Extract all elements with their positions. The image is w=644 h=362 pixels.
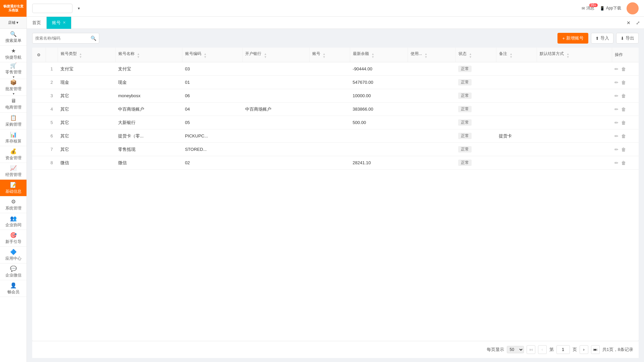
sidebar-item-7[interactable]: 💰资金管理 [0,146,27,163]
sidebar-item-4[interactable]: 🖥电商管理 [0,96,27,113]
sidebar-item-0[interactable]: 🔍搜索菜单 [0,29,27,46]
page-number-input[interactable] [556,345,570,354]
col-gear[interactable]: ⚙ [32,48,46,62]
row-type-1: 现金 [58,76,115,89]
row-action-7: ✏ 🗑 [612,156,639,170]
topbar: ▾ ✉ 消息 99+ 📱 App下载 [27,0,644,17]
tab-close-icon[interactable]: ✕ [63,20,66,25]
account-table-wrap: ⚙ 账号类型 ▲▼ 账号名称 ▲▼ 账号编码 ▲▼ 开户银行 ▲▼ 账号 ▲▼ … [32,48,639,341]
message-button[interactable]: ✉ 消息 99+ [582,5,594,11]
row-bank-6 [243,143,309,156]
export-button[interactable]: ⬇ 导出 [616,33,639,44]
edit-icon-0[interactable]: ✏ [614,66,619,72]
row-note-4 [496,116,537,129]
sidebar-item-9[interactable]: 📝基础信息 [0,180,27,196]
export-label: 导出 [626,35,634,41]
sidebar-label-5: 采购管理 [5,122,21,127]
table-row: 3 其它 moneybosx 06 10000.00 正常 ✏ 🗑 [32,89,639,103]
col-default-settlement[interactable]: 默认结算方式 ▲▼ [537,48,612,62]
last-page-button[interactable]: ⏭ [591,345,600,354]
sidebar-label-8: 经营管理 [5,172,21,178]
close-tab-icon[interactable]: ✕ [625,19,632,27]
col-balance[interactable]: 最新余额 ▲▼ [350,48,408,62]
col-note[interactable]: 备注 ▲▼ [496,48,537,62]
row-default-settlement-3 [537,103,612,116]
next-page-button[interactable]: › [580,345,588,354]
edit-icon-7[interactable]: ✏ [614,160,619,166]
row-name-3: 中百商场账户 [115,103,182,116]
col-status[interactable]: 状态 ▲▼ [455,48,496,62]
sidebar-item-15[interactable]: 👤畅会员 [0,280,27,297]
edit-icon-4[interactable]: ✏ [614,120,619,125]
main-area: ▾ ✉ 消息 99+ 📱 App下载 首页 账号 ✕ ✕ ⤢ [27,0,644,362]
sidebar-icon-8: 📈 [10,165,17,171]
row-action-2: ✏ 🗑 [612,89,639,103]
first-page-button[interactable]: ⏮ [527,345,535,354]
edit-icon-3[interactable]: ✏ [614,107,619,112]
edit-icon-6[interactable]: ✏ [614,147,619,152]
sidebar-item-8[interactable]: 📈经营管理 [0,163,27,180]
sidebar-item-11[interactable]: 👥企业协同 [0,213,27,230]
sidebar-item-2[interactable]: 🛒零售管理▾ [0,62,27,79]
row-bank-5 [243,129,309,143]
avatar[interactable] [627,2,639,14]
col-usage[interactable]: 使用... ▲▼ [408,48,456,62]
delete-icon-3[interactable]: 🗑 [621,107,626,112]
import-button[interactable]: ⬆ 导入 [591,33,613,44]
edit-icon-1[interactable]: ✏ [614,80,619,85]
row-name-7: 微信 [115,156,182,170]
prev-page-button[interactable]: ‹ [538,345,547,354]
sidebar-item-12[interactable]: 🎯新手引导 [0,230,27,247]
sidebar-item-14[interactable]: 💬企业微信 [0,263,27,280]
tab-home[interactable]: 首页 [27,17,47,29]
edit-icon-5[interactable]: ✏ [614,133,619,139]
search-icon[interactable]: 🔍 [91,36,96,41]
delete-icon-0[interactable]: 🗑 [621,66,626,72]
delete-icon-7[interactable]: 🗑 [621,160,626,166]
sidebar-label-0: 搜索菜单 [5,38,21,44]
sidebar-item-5[interactable]: 📋采购管理 [0,113,27,129]
sidebar-icon-1: ★ [11,48,16,54]
app-download-label: App下载 [606,5,621,11]
add-account-button[interactable]: + 新增账号 [557,33,588,44]
page-size-select[interactable]: 50 20 100 [507,346,524,353]
col-account[interactable]: 账号 ▲▼ [309,48,350,62]
store-selector[interactable]: 店铺 ▾ [0,17,27,29]
col-type[interactable]: 账号类型 ▲▼ [58,48,115,62]
row-code-3: 04 [182,103,242,116]
row-account-1 [309,76,350,89]
sidebar-item-3[interactable]: 📦批发管理▾ [0,79,27,96]
sidebar-label-7: 资金管理 [5,155,21,161]
app-download-button[interactable]: 📱 App下载 [600,5,621,11]
row-type-2: 其它 [58,89,115,103]
sidebar-item-10[interactable]: ⚙系统管理 [0,196,27,213]
export-icon: ⬇ [621,36,624,41]
row-action-0: ✏ 🗑 [612,62,639,76]
sidebar-item-6[interactable]: 📊库存核算 [0,129,27,146]
row-type-7: 微信 [58,156,115,170]
edit-icon-2[interactable]: ✏ [614,93,619,99]
topbar-search-input[interactable] [32,4,72,13]
topbar-dropdown[interactable]: ▾ [78,6,80,11]
sidebar-item-1[interactable]: ★快捷导航 [0,46,27,62]
tab-account[interactable]: 账号 ✕ [47,17,71,29]
col-bank[interactable]: 开户银行 ▲▼ [243,48,309,62]
search-input[interactable] [35,36,91,41]
pagination: 每页显示 50 20 100 ⏮ ‹ 第 页 › ⏭ 共1页，8条记录 [32,341,639,358]
delete-icon-4[interactable]: 🗑 [621,120,626,125]
delete-icon-1[interactable]: 🗑 [621,80,626,85]
sidebar-label-3: 批发管理 [5,86,21,92]
expand-tab-icon[interactable]: ⤢ [635,19,641,27]
delete-icon-6[interactable]: 🗑 [621,147,626,152]
sidebar-item-13[interactable]: 🔷应用中心 [0,247,27,263]
row-usage-6 [408,143,456,156]
row-note-5: 提货卡 [496,129,537,143]
col-name[interactable]: 账号名称 ▲▼ [115,48,182,62]
row-default-settlement-5 [537,129,612,143]
sidebar-icon-13: 🔷 [10,249,17,255]
row-balance-6 [350,143,408,156]
delete-icon-5[interactable]: 🗑 [621,133,626,139]
delete-icon-2[interactable]: 🗑 [621,93,626,99]
col-code[interactable]: 账号编码 ▲▼ [182,48,242,62]
topbar-right: ✉ 消息 99+ 📱 App下载 [582,2,639,14]
